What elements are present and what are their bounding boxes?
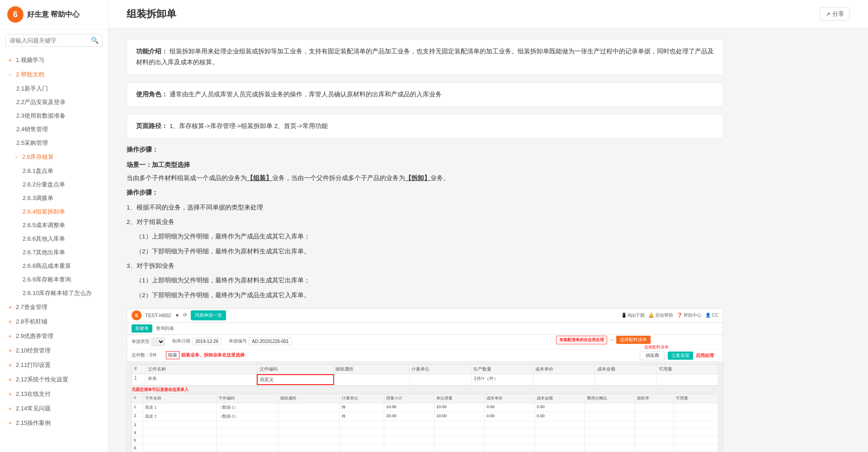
- sidebar-item-coupon-label: 2.9优惠券管理: [16, 332, 53, 340]
- sidebar-item-newcomer[interactable]: 2.1新手入门: [0, 82, 108, 95]
- callout2-text: 选择配料清单: [644, 345, 669, 349]
- search-input[interactable]: [9, 37, 91, 44]
- sidebar-item-cases[interactable]: ＋ 2.15操作案例: [0, 416, 108, 430]
- role-label: 使用角色：: [136, 91, 168, 98]
- sub-form-row: 总件数：0件 组装 组装业务、拆卸业务在这里选择 供应商 立案实现 启用处理: [127, 349, 723, 362]
- sidebar-item-data-prep[interactable]: 2.3使用前数据准备: [0, 109, 108, 123]
- content-body: 功能介绍： 组装拆卸单用来处理企业组装或拆卸等加工业务，支持有固定装配清单的产品…: [108, 29, 741, 452]
- col-prod-qty: 生产数量: [471, 365, 533, 374]
- parent-code-field[interactable]: 自定义: [257, 374, 334, 385]
- plus-icon-faq: ＋: [7, 404, 13, 413]
- col-cost-amt: 成本金额: [595, 365, 657, 374]
- sidebar-item-stocktake[interactable]: 2.6.1盘点单: [0, 164, 108, 178]
- sidebar-item-assemble[interactable]: 2.6.4组装拆卸单: [0, 205, 108, 219]
- callout3-text: 组装业务、拆卸业务在这里选择: [181, 352, 245, 358]
- app-nav-appdownload: 📱 App下载: [621, 312, 645, 319]
- sidebar-item-ledger-query[interactable]: 2.6.9库存账本查询: [0, 273, 108, 286]
- plus-icon-personal: ＋: [7, 376, 13, 384]
- sidebar-item-finance[interactable]: ＋ 2.7资金管理: [0, 300, 108, 314]
- sidebar-item-partial[interactable]: 2.6.2分量盘点单: [0, 178, 108, 191]
- role-text: 通常由生产人员或库管人员完成拆装业务的操作，库管人员确认原材料的出库和产成品的入…: [170, 91, 442, 98]
- callout5-text: 无固定清单可以直接在这里录入: [132, 387, 189, 393]
- new-doc-btn[interactable]: 同期单据一览: [191, 310, 226, 320]
- sidebar-item-operation-label: 2.10经营管理: [16, 347, 51, 355]
- callout4-group: 供应商 立案实现 启用处理: [640, 351, 714, 360]
- sidebar-item-mobile[interactable]: ＋ 2.8手机旺铺: [0, 314, 108, 329]
- count-label: 总件数：0件: [132, 352, 157, 358]
- ops-title: 操作步骤：: [127, 146, 723, 154]
- bottom-table-header: # 子件名称 子件编码 辅助属性 计量单位 用量小计 单位用量 成本单价 成本金…: [132, 394, 718, 403]
- sidebar-item-personal-label: 2.12系统个性化设置: [16, 376, 68, 384]
- table-row: 1 面皮 1 （数据-1） 件 10.00 10.00 0.00 0.00: [132, 403, 718, 412]
- form-fields-row: 单据类型 制单日期 2019-12-26 单据编号 AD-20191226-00…: [127, 335, 723, 349]
- sidebar-item-personal[interactable]: ＋ 2.12系统个性化设置: [0, 372, 108, 387]
- date-field[interactable]: 2019-12-26: [192, 338, 222, 345]
- sidebar-item-cost-calc[interactable]: 2.6.8商品成本重算: [0, 259, 108, 273]
- arrow-right-icon: →: [609, 337, 614, 343]
- scenario1-title: 场景一：加工类型选择: [127, 161, 723, 169]
- sidebar-item-inventory[interactable]: － 2.6库存核算: [0, 150, 108, 164]
- col-aux-attr: 辅助属性: [333, 365, 409, 374]
- sidebar-item-online-pay-label: 2.13在线支付: [16, 390, 51, 398]
- share-icon: ↗: [826, 11, 830, 18]
- search-box[interactable]: 🔍: [5, 34, 103, 47]
- refresh-icon: ⟳: [183, 312, 187, 318]
- sidebar-item-docs[interactable]: － 2.帮助文档: [0, 67, 108, 82]
- plus-icon-print: ＋: [7, 361, 13, 369]
- logo-icon: 6: [7, 6, 24, 23]
- col-parent-name: 父件名称: [146, 365, 257, 374]
- tab-list[interactable]: 查询列表: [156, 325, 174, 332]
- sidebar-item-transfer[interactable]: 2.6.3调拨单: [0, 191, 108, 205]
- config-list-btn[interactable]: 选择配料清单: [616, 336, 651, 344]
- doc-number-field[interactable]: AD-20191226-001: [249, 338, 292, 345]
- sidebar-item-purchase[interactable]: 2.5采购管理: [0, 136, 108, 150]
- sidebar-item-other-out[interactable]: 2.6.7其他出库单: [0, 246, 108, 259]
- sidebar-item-sales[interactable]: 2.4销售管理: [0, 123, 108, 136]
- path-label: 页面路径：: [136, 123, 168, 129]
- tab-new[interactable]: 新建单: [132, 324, 152, 333]
- plus-icon-online-pay: ＋: [7, 390, 13, 398]
- nav-section: ＋ 1.视频学习 － 2.帮助文档 2.1新手入门 2.2产品安装及登录 2.3…: [0, 51, 108, 432]
- sidebar-item-video[interactable]: ＋ 1.视频学习: [0, 53, 108, 67]
- callout5-group: 无固定清单可以直接在这里录入: [132, 387, 718, 393]
- func-intro-text: 组装拆卸单用来处理企业组装或拆卸等加工业务，支持有固定装配清单的产品加工业务，也…: [136, 48, 714, 66]
- share-button[interactable]: ↗ 分享: [820, 7, 850, 21]
- date-label: 制单日期: [172, 338, 190, 344]
- callout1-group: 有装配清单的在这里处理 → 选择配料清单: [556, 336, 651, 344]
- sidebar-item-online-pay[interactable]: ＋ 2.13在线支付: [0, 387, 108, 401]
- sidebar-item-ledger-error[interactable]: 2.6.10库存账本错了怎么办: [0, 286, 108, 300]
- secondary-nav: 新建单 查询列表: [127, 323, 723, 335]
- doc-type-select[interactable]: [151, 338, 165, 346]
- callout4-text: 启用处理: [696, 352, 714, 359]
- sidebar-item-install[interactable]: 2.2产品安装及登录: [0, 95, 108, 109]
- sidebar-item-cases-label: 2.15操作案例: [16, 419, 51, 427]
- form-group-doctype: 单据类型: [132, 338, 165, 346]
- table-row: 2 面皮 2 （数据-2） 件 20.00 10.00 0.00 0.00: [132, 412, 718, 421]
- step1: 1、根据不同的业务，选择不同单据的类型来处理: [127, 202, 723, 213]
- supplier-field[interactable]: 供应商: [640, 351, 665, 360]
- form-group-docnum: 单据编号 AD-20191226-001: [229, 338, 292, 345]
- sidebar-item-faq[interactable]: ＋ 2.14常见问题: [0, 401, 108, 416]
- step2-1: （1）上部明细为父件明细，最终作为产成品生成其它入库单；: [136, 231, 723, 242]
- enable-btn[interactable]: 立案实现: [668, 352, 693, 360]
- sidebar-item-docs-label: 2.帮助文档: [16, 71, 44, 79]
- scenario1-desc: 当由多个子件材料组装成一个成品的业务为【组装】业务，当由一个父件拆分成多个子产品…: [127, 173, 723, 184]
- func-intro-block: 功能介绍： 组装拆卸单用来处理企业组装或拆卸等加工业务，支持有固定装配清单的产品…: [127, 39, 723, 75]
- sidebar-item-coupon[interactable]: ＋ 2.9优惠券管理: [0, 329, 108, 343]
- app-topbar: 6 TEST-H002 ▼ ⟳ 同期单据一览 📱 App下载 🔔 启动帮助 ❓ …: [127, 309, 723, 323]
- role-block: 使用角色： 通常由生产人员或库管人员完成拆装业务的操作，库管人员确认原材料的出库…: [127, 82, 723, 107]
- minus-icon: －: [7, 71, 13, 79]
- sidebar-item-other-in[interactable]: 2.6.6其他入库单: [0, 232, 108, 246]
- path-text: 1、库存核算->库存管理->组装拆卸单 2、首页->常用功能: [170, 123, 328, 129]
- plus-icon-mobile: ＋: [7, 318, 13, 326]
- process-type-field[interactable]: 组装: [166, 351, 179, 359]
- sidebar-item-operation[interactable]: ＋ 2.10经营管理: [0, 343, 108, 358]
- func-intro-label: 功能介绍：: [136, 48, 168, 55]
- ops-steps-title: 操作步骤：: [127, 187, 723, 198]
- app-nav-help: 🔔 启动帮助: [648, 312, 673, 319]
- search-icon[interactable]: 🔍: [91, 37, 99, 44]
- plus-icon-operation: ＋: [7, 347, 13, 355]
- col-index: #: [132, 365, 146, 374]
- sidebar-item-cost-adjust[interactable]: 2.6.5成本调整单: [0, 219, 108, 232]
- sidebar-item-print[interactable]: ＋ 2.11打印设置: [0, 358, 108, 372]
